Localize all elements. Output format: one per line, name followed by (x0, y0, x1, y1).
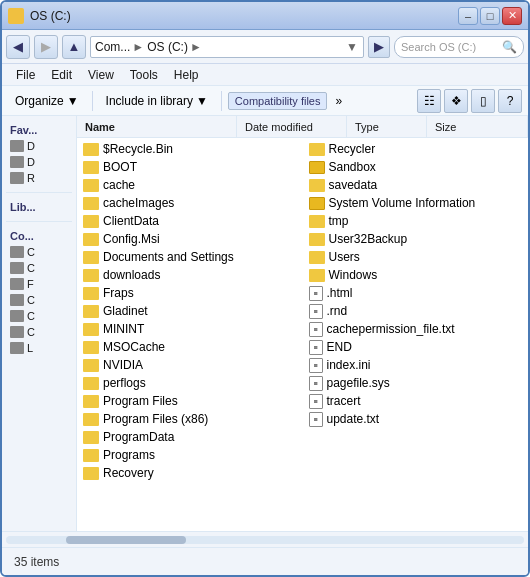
list-item[interactable]: cache (77, 176, 303, 194)
sidebar-item-c2[interactable]: C (6, 260, 72, 276)
col-name[interactable]: Name (77, 116, 237, 137)
list-item[interactable]: $Recycle.Bin (77, 140, 303, 158)
up-button[interactable]: ▲ (62, 35, 86, 59)
list-item[interactable]: ClientData (77, 212, 303, 230)
list-item[interactable]: ≡update.txt (303, 410, 529, 428)
list-item[interactable]: Config.Msi (77, 230, 303, 248)
refresh-button[interactable]: ▶ (368, 36, 390, 58)
view-details-button[interactable]: ☷ (417, 89, 441, 113)
sidebar-item-d2[interactable]: D (6, 154, 72, 170)
file-name: User32Backup (329, 232, 408, 246)
sidebar-item-r[interactable]: R (6, 170, 72, 186)
list-item[interactable]: cacheImages (77, 194, 303, 212)
sidebar-item-c4[interactable]: C (6, 308, 72, 324)
sidebar-item-c1[interactable]: C (6, 244, 72, 260)
maximize-button[interactable]: □ (480, 7, 500, 25)
list-item[interactable]: Program Files (x86) (77, 410, 303, 428)
sidebar-item-c5[interactable]: C (6, 324, 72, 340)
organize-label: Organize (15, 94, 64, 108)
list-item[interactable]: ≡END (303, 338, 529, 356)
list-item[interactable]: ≡index.ini (303, 356, 529, 374)
list-item[interactable]: Fraps (77, 284, 303, 302)
scrollbar-area[interactable] (2, 531, 528, 547)
drive-icon-2 (10, 156, 24, 168)
list-item[interactable]: tmp (303, 212, 529, 230)
sidebar-item-l[interactable]: L (6, 340, 72, 356)
folder-icon (83, 233, 99, 246)
list-item[interactable]: System Volume Information (303, 194, 529, 212)
file-name: Config.Msi (103, 232, 160, 246)
list-item[interactable]: Sandbox (303, 158, 529, 176)
search-icon: 🔍 (502, 40, 517, 54)
list-item[interactable]: ≡pagefile.sys (303, 374, 529, 392)
col-type[interactable]: Type (347, 116, 427, 137)
window-icon (8, 8, 24, 24)
menu-help[interactable]: Help (166, 66, 207, 84)
compat-files-badge[interactable]: Compatibility files (228, 92, 328, 110)
list-item[interactable]: BOOT (77, 158, 303, 176)
item-count: 35 items (14, 555, 59, 569)
file-name: ProgramData (103, 430, 174, 444)
list-item[interactable]: MININT (77, 320, 303, 338)
list-item[interactable]: Program Files (77, 392, 303, 410)
list-item[interactable]: ≡.rnd (303, 302, 529, 320)
list-item[interactable]: Gladinet (77, 302, 303, 320)
scrollbar-track[interactable] (6, 536, 524, 544)
search-box[interactable]: Search OS (C:) 🔍 (394, 36, 524, 58)
file-name: Gladinet (103, 304, 148, 318)
close-button[interactable]: ✕ (502, 7, 522, 25)
list-item[interactable]: ≡cachepermission_file.txt (303, 320, 529, 338)
list-item[interactable]: Windows (303, 266, 529, 284)
list-item[interactable]: NVIDIA (77, 356, 303, 374)
help-button[interactable]: ? (498, 89, 522, 113)
menu-file[interactable]: File (8, 66, 43, 84)
sidebar-item-d1[interactable]: D (6, 138, 72, 154)
list-item[interactable]: Users (303, 248, 529, 266)
file-name: pagefile.sys (327, 376, 390, 390)
list-item[interactable]: Recycler (303, 140, 529, 158)
back-button[interactable]: ◀ (6, 35, 30, 59)
menu-view[interactable]: View (80, 66, 122, 84)
scrollbar-thumb[interactable] (66, 536, 186, 544)
view-preview-button[interactable]: ❖ (444, 89, 468, 113)
folder-icon (83, 179, 99, 192)
sidebar-favorites: Fav... D D R (2, 120, 76, 188)
drive-c1-icon (10, 246, 24, 258)
organize-chevron: ▼ (67, 94, 79, 108)
sidebar-item-f[interactable]: F (6, 276, 72, 292)
menu-tools[interactable]: Tools (122, 66, 166, 84)
folder-icon (83, 215, 99, 228)
list-item[interactable]: User32Backup (303, 230, 529, 248)
list-item[interactable]: MSOCache (77, 338, 303, 356)
list-item[interactable]: downloads (77, 266, 303, 284)
file-name: savedata (329, 178, 378, 192)
file-name: Recycler (329, 142, 376, 156)
file-name: MININT (103, 322, 144, 336)
file-icon: ≡ (309, 394, 323, 409)
folder-icon (309, 179, 325, 192)
sidebar-item-c3[interactable]: C (6, 292, 72, 308)
list-item[interactable]: ≡tracert (303, 392, 529, 410)
col-size[interactable]: Size (427, 116, 528, 137)
list-item[interactable]: Recovery (77, 464, 303, 482)
minimize-button[interactable]: – (458, 7, 478, 25)
address-path[interactable]: Com... ► OS (C:) ► ▼ (90, 36, 364, 58)
list-item[interactable]: savedata (303, 176, 529, 194)
file-name: downloads (103, 268, 160, 282)
more-options-icon[interactable]: » (335, 94, 342, 108)
list-item[interactable]: Documents and Settings (77, 248, 303, 266)
organize-button[interactable]: Organize ▼ (8, 89, 86, 113)
list-item[interactable]: Programs (77, 446, 303, 464)
include-library-button[interactable]: Include in library ▼ (99, 89, 215, 113)
file-icon: ≡ (309, 304, 323, 319)
view-pane-button[interactable]: ▯ (471, 89, 495, 113)
list-item[interactable]: perflogs (77, 374, 303, 392)
col-date[interactable]: Date modified (237, 116, 347, 137)
menu-edit[interactable]: Edit (43, 66, 80, 84)
folder-icon (83, 251, 99, 264)
file-name: $Recycle.Bin (103, 142, 173, 156)
file-name: Fraps (103, 286, 134, 300)
forward-button[interactable]: ▶ (34, 35, 58, 59)
list-item[interactable]: ProgramData (77, 428, 303, 446)
list-item[interactable]: ≡.html (303, 284, 529, 302)
